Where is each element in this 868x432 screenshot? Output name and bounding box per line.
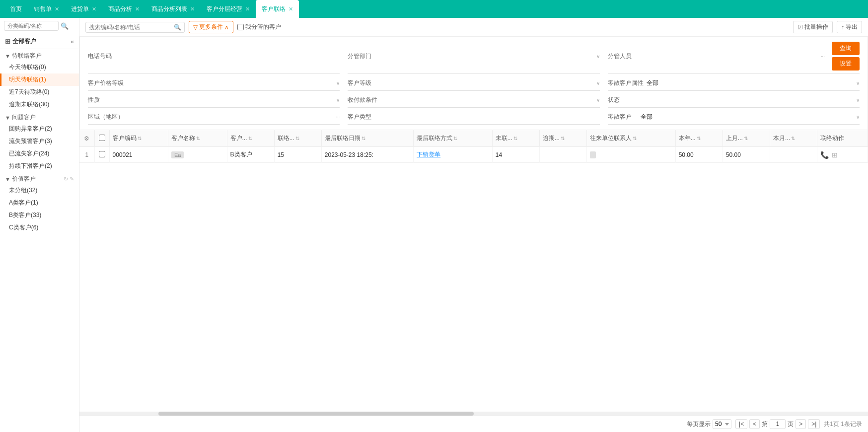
- col-this-year-sort[interactable]: 本年... ⇅: [679, 134, 701, 143]
- customer-table: ⚙ 客户编码 ⇅ 客户名称: [79, 130, 868, 163]
- sidebar-item-repurchase[interactable]: 回购异常客户(2): [0, 123, 79, 135]
- filter-price-level-input[interactable]: [127, 80, 333, 87]
- nav-customer-tier-close[interactable]: ✕: [245, 6, 250, 12]
- manager-dots-icon[interactable]: ···: [821, 54, 825, 59]
- edit-icon[interactable]: ✎: [70, 176, 74, 182]
- nav-customer-contact[interactable]: 客户联络 ✕: [256, 0, 299, 18]
- last-page-btn[interactable]: >|: [808, 419, 820, 429]
- filter-search-wrap: 🔍: [85, 22, 185, 33]
- sidebar-all-customers[interactable]: ⊞ 全部客户 «: [0, 34, 79, 49]
- filter-search-icon[interactable]: 🔍: [174, 24, 181, 31]
- filter-manager-input[interactable]: [641, 53, 818, 60]
- nature-caret-icon[interactable]: ∨: [336, 97, 340, 103]
- my-customers-checkbox[interactable]: 我分管的客户: [237, 23, 281, 31]
- col-last-method-sort[interactable]: 最后联络方式 ⇅: [417, 134, 457, 143]
- sidebar-item-class-b[interactable]: B类客户(33): [0, 209, 79, 221]
- filter-customer-level-input[interactable]: [380, 80, 593, 87]
- sidebar-search-icon[interactable]: 🔍: [61, 22, 69, 30]
- filter-price-level-label: 客户价格等级: [88, 79, 124, 87]
- col-overdue-sort[interactable]: 逾期... ⇅: [543, 134, 565, 143]
- nav-product-analysis-close[interactable]: ✕: [135, 6, 140, 12]
- footer-page-size: 每页显示 50: [687, 419, 731, 429]
- filter-customer-type-input[interactable]: [380, 114, 599, 121]
- next-page-btn[interactable]: >: [796, 419, 806, 429]
- filter-search-input[interactable]: [89, 24, 172, 31]
- sidebar-item-7days[interactable]: 近7天待联络(0): [0, 86, 79, 98]
- row-last-contact-link[interactable]: 下销货单: [417, 151, 440, 158]
- nav-product-analysis-list[interactable]: 商品分析列表 ✕: [145, 0, 201, 18]
- batch-operation-btn[interactable]: ☑ 批量操作: [793, 21, 833, 33]
- page-number-input[interactable]: [770, 419, 786, 429]
- customer-level-caret-icon[interactable]: ∨: [596, 80, 600, 86]
- table-scrollbar[interactable]: [79, 412, 868, 416]
- gear-icon[interactable]: ⚙: [84, 135, 89, 142]
- sidebar-item-class-a[interactable]: A类客户(1): [0, 197, 79, 209]
- settings-button[interactable]: 设置: [832, 57, 860, 71]
- prev-page-btn[interactable]: <: [749, 419, 760, 429]
- row-name: Ea: [168, 147, 227, 163]
- retail-customer-value: 全部: [641, 113, 853, 121]
- row-action-phone-icon[interactable]: 📞: [820, 151, 829, 159]
- nav-sales-close[interactable]: ✕: [55, 6, 59, 12]
- col-last-date-sort[interactable]: 最后联络日期 ⇅: [325, 134, 365, 143]
- filter-nature-input[interactable]: [121, 97, 333, 104]
- query-button[interactable]: 查询: [832, 42, 860, 55]
- row-last-contact-method[interactable]: 下销货单: [414, 147, 493, 163]
- col-contact-count-sort[interactable]: 联络... ⇅: [278, 134, 299, 143]
- nav-purchase-close[interactable]: ✕: [92, 6, 96, 12]
- filter-customer-type-label: 客户类型: [348, 113, 377, 121]
- row-contact-count: 15: [274, 147, 321, 163]
- nav-customer-tier[interactable]: 客户分层经营 ✕: [201, 0, 256, 18]
- filter-phone-input[interactable]: [121, 53, 340, 60]
- sidebar-item-churned[interactable]: 已流失客户(24): [0, 147, 79, 160]
- col-type-sort[interactable]: 客户... ⇅: [230, 134, 252, 143]
- filter-payment: 收付款条件 ∨: [348, 96, 599, 108]
- select-all-checkbox[interactable]: [99, 135, 105, 141]
- col-name: 客户名称 ⇅: [168, 130, 227, 147]
- payment-caret-icon[interactable]: ∨: [596, 97, 600, 103]
- content-area: 🔍 ▽ 更多条件 ∧ 我分管的客户 ☑ 批量操作 ↑ 导出: [79, 18, 868, 432]
- filter-retail-customer: 零散客户 全部 ∨: [608, 113, 860, 125]
- status-caret-icon[interactable]: ∨: [856, 97, 860, 103]
- col-name-sort[interactable]: 客户名称 ⇅: [171, 134, 200, 143]
- sidebar-item-overdue[interactable]: 逾期未联络(30): [0, 98, 79, 111]
- row-checkbox[interactable]: [99, 151, 105, 157]
- my-customers-check[interactable]: [237, 24, 244, 30]
- sidebar-collapse-icon[interactable]: «: [71, 38, 74, 45]
- export-btn[interactable]: ↑ 导出: [837, 21, 862, 33]
- nav-sales[interactable]: 销售单 ✕: [28, 0, 65, 18]
- filter-payment-input[interactable]: [380, 97, 593, 104]
- refresh-icon[interactable]: ↻: [64, 176, 68, 182]
- nav-customer-contact-close[interactable]: ✕: [289, 6, 293, 12]
- sidebar-item-today[interactable]: 今天待联络(0): [0, 61, 79, 73]
- filter-status: 状态 ∨: [608, 96, 860, 108]
- retail-customer-caret-icon[interactable]: ∨: [856, 114, 860, 120]
- sidebar-item-ungrouped[interactable]: 未分组(32): [0, 184, 79, 197]
- page-size-select[interactable]: 50: [713, 419, 731, 429]
- dept-caret-icon[interactable]: ∨: [596, 54, 600, 59]
- retail-attr-caret-icon[interactable]: ∨: [856, 80, 860, 86]
- sidebar-search-input[interactable]: [4, 21, 59, 31]
- price-level-caret-icon[interactable]: ∨: [336, 80, 340, 86]
- filter-more-btn[interactable]: ▽ 更多条件 ∧: [189, 21, 233, 33]
- sidebar-item-class-c[interactable]: C类客户(6): [0, 221, 79, 234]
- filter-region-input[interactable]: [127, 114, 333, 121]
- col-uncontact-sort[interactable]: 未联... ⇅: [496, 134, 517, 143]
- sidebar-item-churn-warning[interactable]: 流失预警客户(3): [0, 135, 79, 147]
- nav-home[interactable]: 首页: [4, 0, 28, 18]
- sidebar-item-tomorrow[interactable]: 明天待联络(1): [0, 73, 79, 86]
- filter-dept-input[interactable]: [380, 53, 593, 60]
- row-action-grid-icon[interactable]: ⊞: [832, 151, 838, 159]
- col-unit-contact-sort[interactable]: 往来单位联系人 ⇅: [590, 134, 637, 143]
- main-layout: 🔍 ⊞ 全部客户 « ▼ 待联络客户 今天待联络(0) 明天待联络(1) 近7天…: [0, 18, 868, 432]
- first-page-btn[interactable]: |<: [735, 419, 747, 429]
- sidebar-item-declining[interactable]: 持续下滑客户(2): [0, 160, 79, 172]
- col-code-sort[interactable]: 客户编码 ⇅: [113, 134, 142, 143]
- col-last-month-sort[interactable]: 上月... ⇅: [726, 134, 748, 143]
- nav-product-analysis[interactable]: 商品分析 ✕: [102, 0, 145, 18]
- col-this-month-sort[interactable]: 本月... ⇅: [773, 134, 795, 143]
- nav-product-list-close[interactable]: ✕: [190, 6, 195, 12]
- nav-purchase[interactable]: 进货单 ✕: [65, 0, 102, 18]
- filter-status-input[interactable]: [641, 97, 853, 104]
- region-dots-icon[interactable]: ···: [336, 114, 340, 120]
